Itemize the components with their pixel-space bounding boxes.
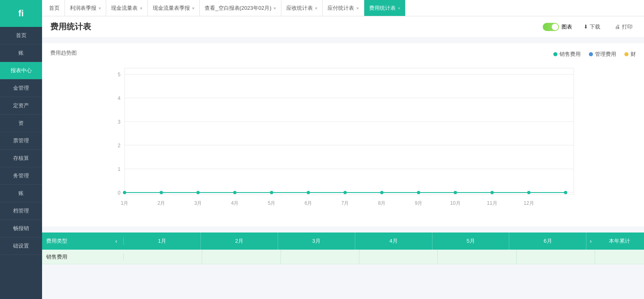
col-total-header: 本年累计: [595, 237, 644, 245]
legend-sales-dot: [553, 52, 557, 56]
tab-blank-report-close[interactable]: ×: [274, 6, 276, 11]
svg-point-21: [417, 191, 420, 194]
col-month-3: 3月: [278, 233, 355, 250]
download-label: 下载: [590, 23, 600, 31]
page-content: 费用统计表 图表 ⬇ 下载 🖨 打印 费用趋势图: [42, 16, 644, 299]
tab-payable-label: 应付统计表: [328, 4, 354, 12]
nav-next-arrow[interactable]: ›: [586, 238, 595, 244]
tab-cashflow-quarterly-label: 现金流量表季报: [153, 4, 190, 12]
tab-receivable-label: 应收统计表: [286, 4, 313, 12]
tab-blank-report-label: 查看_空白报表(2023年02月): [205, 4, 271, 12]
tab-blank-report[interactable]: 查看_空白报表(2023年02月) ×: [200, 0, 281, 16]
col-month-2: 2月: [201, 233, 278, 250]
tab-profit[interactable]: 利润表季报 ×: [65, 0, 106, 16]
col-month-4: 4月: [355, 233, 432, 250]
svg-point-23: [490, 191, 494, 194]
svg-text:5月: 5月: [268, 200, 276, 206]
col-month-1: 1月: [124, 233, 201, 250]
tab-cashflow[interactable]: 现金流量表 ×: [106, 0, 147, 16]
sidebar-item-assets[interactable]: 定资产: [0, 97, 42, 115]
print-button[interactable]: 🖨 打印: [612, 22, 636, 32]
svg-point-24: [527, 191, 530, 194]
sidebar-item-reports[interactable]: 报表中心: [0, 62, 42, 80]
legend-admin-dot: [589, 52, 593, 56]
tab-cashflow-label: 现金流量表: [111, 4, 138, 12]
svg-text:1月: 1月: [121, 200, 129, 206]
svg-text:5: 5: [118, 72, 120, 78]
legend-finance: 财: [624, 51, 636, 58]
svg-text:4月: 4月: [231, 200, 239, 206]
table-row: 销售费用: [42, 250, 644, 264]
page-title: 费用统计表: [50, 21, 91, 32]
chart-toggle[interactable]: [543, 23, 559, 31]
sidebar-item-invoice[interactable]: 票管理: [0, 132, 42, 150]
header-actions: 图表 ⬇ 下载 🖨 打印: [543, 22, 636, 32]
row-cell-2: [202, 250, 281, 264]
data-table: 费用类型 ‹ 1月 2月 3月 4月 5月 6月 › 本年累计 销售费用: [42, 233, 644, 264]
print-label: 打印: [622, 23, 633, 31]
row-type-sales: 销售费用: [42, 253, 124, 261]
tab-home[interactable]: 首页: [44, 0, 65, 16]
legend-finance-label: 财: [631, 51, 636, 58]
svg-point-20: [380, 191, 383, 194]
svg-point-22: [454, 191, 457, 194]
svg-text:7月: 7月: [341, 200, 349, 206]
sidebar-item-ledger[interactable]: 账: [0, 44, 42, 62]
tab-profit-label: 利润表季报: [70, 4, 96, 12]
svg-text:2月: 2月: [158, 200, 165, 206]
tab-payable[interactable]: 应付统计表 ×: [323, 0, 364, 16]
chart-section: 费用趋势图 销售费用 管理费用 财: [42, 43, 644, 226]
svg-text:10月: 10月: [450, 200, 460, 206]
tab-cashflow-quarterly-close[interactable]: ×: [192, 6, 194, 11]
svg-point-13: [123, 191, 126, 194]
tab-receivable[interactable]: 应收统计表 ×: [281, 0, 323, 16]
tab-cashflow-close[interactable]: ×: [140, 6, 142, 11]
tab-home-label: 首页: [49, 4, 60, 12]
sidebar-item-inventory[interactable]: 存核算: [0, 150, 42, 167]
tab-profit-close[interactable]: ×: [98, 6, 101, 11]
chart-toggle-label: 图表: [562, 23, 572, 31]
svg-point-15: [196, 191, 200, 194]
tab-expense[interactable]: 费用统计表 ×: [364, 0, 406, 16]
row-cell-1: [124, 250, 202, 264]
sidebar-item-home[interactable]: 首页: [0, 27, 42, 44]
download-button[interactable]: ⬇ 下载: [580, 22, 604, 32]
chart-legend: 销售费用 管理费用 财: [553, 51, 636, 58]
download-icon: ⬇: [584, 24, 588, 30]
tab-receivable-close[interactable]: ×: [315, 6, 317, 11]
sidebar-item-cash[interactable]: 金管理: [0, 80, 42, 97]
sidebar-item-account2[interactable]: 账: [0, 185, 42, 202]
print-icon: 🖨: [615, 24, 620, 30]
tab-cashflow-quarterly[interactable]: 现金流量表季报 ×: [148, 0, 200, 16]
chart-title: 费用趋势图: [50, 49, 77, 57]
row-cell-3: [281, 250, 359, 264]
svg-point-16: [233, 191, 236, 194]
col-type-header: 费用类型 ‹: [42, 237, 124, 245]
tab-expense-close[interactable]: ×: [398, 6, 400, 11]
svg-text:0: 0: [118, 190, 120, 196]
svg-text:11月: 11月: [487, 200, 497, 206]
svg-text:3: 3: [118, 119, 120, 125]
sidebar-item-archive[interactable]: 档管理: [0, 202, 42, 220]
sidebar: fi 首页 账 报表中心 金管理 定资产 资 票管理 存核算 务管理 账 档管理…: [0, 0, 42, 299]
svg-point-14: [160, 191, 163, 194]
tab-payable-close[interactable]: ×: [356, 6, 359, 11]
svg-point-25: [564, 191, 567, 194]
page-header: 费用统计表 图表 ⬇ 下载 🖨 打印: [42, 16, 644, 37]
tab-expense-label: 费用统计表: [369, 4, 396, 12]
chart-area: 5 4 3 2 1 0: [50, 64, 636, 220]
nav-prev-arrow[interactable]: ‹: [113, 238, 119, 244]
svg-text:2: 2: [118, 143, 120, 148]
sidebar-item-expense[interactable]: 畅报销: [0, 220, 42, 237]
svg-text:3月: 3月: [194, 200, 202, 206]
sidebar-item-service[interactable]: 务管理: [0, 167, 42, 185]
svg-text:12月: 12月: [524, 200, 534, 206]
sidebar-item-settings[interactable]: 础设置: [0, 237, 42, 255]
row-cell-4: [359, 250, 438, 264]
sidebar-logo: fi: [0, 0, 42, 27]
svg-text:4: 4: [118, 95, 120, 101]
svg-point-17: [270, 191, 273, 194]
row-cell-5: [438, 250, 516, 264]
sidebar-item-salary[interactable]: 资: [0, 115, 42, 132]
tab-bar: 首页 利润表季报 × 现金流量表 × 现金流量表季报 × 查看_空白报表(202…: [42, 0, 644, 16]
